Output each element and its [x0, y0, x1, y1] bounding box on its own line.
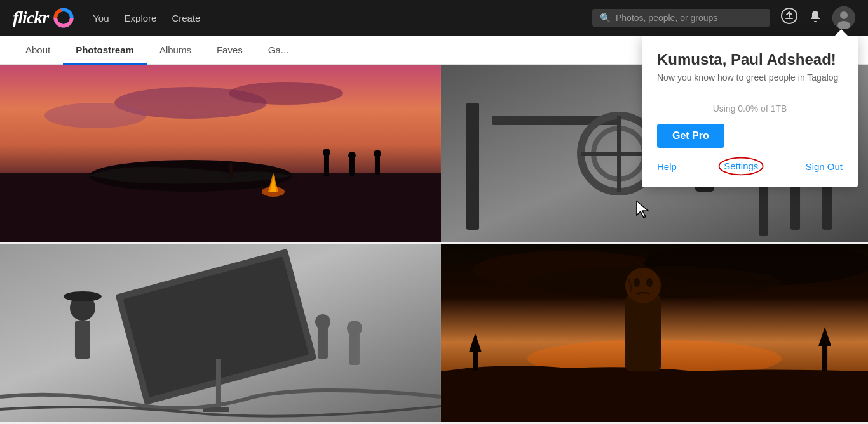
main-nav-links: You Explore Create [93, 13, 200, 23]
svg-rect-43 [318, 327, 328, 359]
donut-icon [53, 8, 74, 28]
search-input[interactable] [616, 13, 763, 23]
user-avatar[interactable] [832, 6, 855, 29]
svg-rect-54 [822, 343, 827, 371]
search-icon: 🔍 [600, 13, 611, 23]
search-bar[interactable]: 🔍 [592, 9, 770, 27]
upload-button[interactable] [780, 7, 798, 29]
svg-rect-56 [625, 295, 661, 371]
svg-rect-24 [466, 103, 479, 230]
svg-rect-42 [75, 321, 90, 359]
settings-link[interactable]: Settings [724, 161, 758, 171]
svg-point-46 [347, 321, 362, 336]
get-pro-button[interactable]: Get Pro [657, 124, 724, 148]
tab-photostream[interactable]: Photostream [63, 37, 147, 65]
notifications-button[interactable] [808, 10, 822, 27]
svg-point-58 [634, 278, 640, 287]
svg-point-14 [323, 149, 330, 156]
svg-rect-13 [324, 154, 329, 176]
svg-rect-45 [349, 333, 360, 365]
tab-albums[interactable]: Albums [147, 37, 204, 65]
svg-point-5 [840, 11, 848, 19]
svg-rect-15 [349, 157, 355, 176]
photo-post-apocalyptic[interactable] [441, 244, 868, 422]
settings-link-wrapper: Settings [724, 161, 758, 172]
dropdown-arrow [835, 29, 848, 36]
storage-info: Using 0.0% of 1TB [657, 103, 843, 114]
svg-rect-17 [375, 155, 380, 175]
tab-galleries[interactable]: Ga... [255, 37, 302, 65]
dropdown-action-links: Help Settings Sign Out [657, 161, 843, 172]
flickr-logo[interactable]: flickr [13, 8, 74, 28]
svg-point-9 [229, 82, 343, 105]
top-navigation: flickr You Explore Create 🔍 [0, 0, 868, 36]
svg-point-59 [646, 278, 653, 287]
signout-link[interactable]: Sign Out [806, 161, 843, 172]
greeting-title: Kumusta, Paul Adshead! [657, 51, 843, 69]
nav-actions [780, 6, 855, 29]
tab-about[interactable]: About [13, 37, 63, 65]
nav-create[interactable]: Create [172, 13, 200, 23]
nav-you[interactable]: You [93, 13, 109, 23]
photo-film-set[interactable] [0, 244, 441, 422]
svg-point-18 [374, 150, 381, 157]
flickr-wordmark: flickr [13, 8, 48, 28]
svg-point-44 [315, 314, 330, 329]
svg-point-41 [64, 291, 102, 301]
user-dropdown-panel: Kumusta, Paul Adshead! Now you know how … [642, 36, 858, 187]
svg-rect-19 [229, 163, 233, 179]
greeting-subtitle: Now you know how to greet people in Taga… [657, 72, 843, 83]
svg-point-16 [348, 152, 356, 159]
divider-top [657, 93, 843, 93]
tab-faves[interactable]: Faves [204, 37, 255, 65]
nav-explore[interactable]: Explore [125, 13, 157, 23]
photo-sunset-beach[interactable] [0, 65, 441, 242]
svg-rect-38 [216, 359, 221, 409]
help-link[interactable]: Help [657, 161, 677, 172]
svg-point-10 [44, 103, 146, 128]
